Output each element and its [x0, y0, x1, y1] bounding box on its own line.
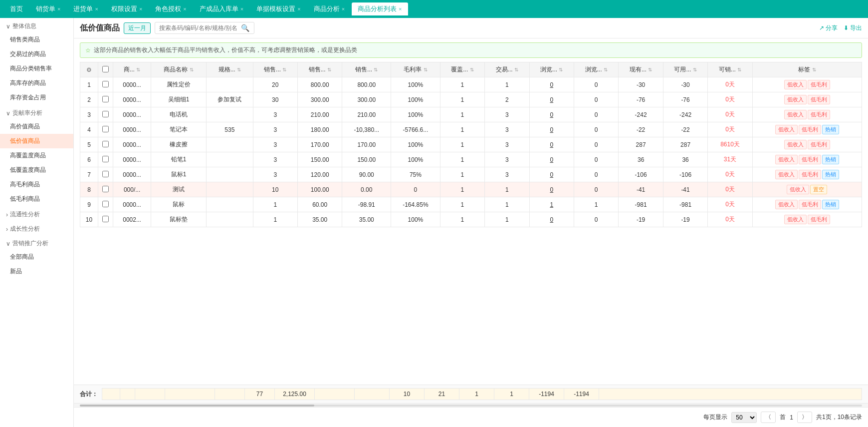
sidebar-item-high-margin[interactable]: 高毛利商品: [0, 177, 73, 192]
browse1-cell[interactable]: 0: [529, 212, 574, 227]
stock2-cell: -19: [663, 212, 707, 227]
sidebar-group-growth[interactable]: › 成长性分析: [0, 221, 73, 235]
export-button[interactable]: ⬇ 导出: [844, 24, 862, 32]
close-icon[interactable]: ×: [183, 6, 186, 12]
row-checkbox[interactable]: [102, 96, 109, 102]
browse1-cell[interactable]: 0: [529, 167, 574, 182]
sidebar-item-all-products[interactable]: 全部商品: [0, 250, 73, 264]
sidebar-item-new-products[interactable]: 新品: [0, 264, 73, 279]
sidebar-item-category-rate[interactable]: 商品分类销售率: [0, 61, 73, 76]
table-row: 4 0000... 笔记本 535 3 180.00 -10,380... -5…: [80, 122, 862, 137]
browse1-cell[interactable]: 0: [529, 92, 574, 107]
sales3-cell: -98.91: [342, 197, 391, 212]
row-checkbox[interactable]: [102, 81, 109, 87]
sidebar-group-marketing[interactable]: ∨ 营销推广分析: [0, 235, 73, 250]
browse-link[interactable]: 0: [550, 186, 553, 193]
nav-templates[interactable]: 单据模板设置 ×: [250, 2, 306, 15]
row-checkbox[interactable]: [102, 141, 109, 147]
col-gear[interactable]: ⚙: [80, 62, 98, 77]
sidebar-item-high-stock[interactable]: 高库存的商品: [0, 76, 73, 90]
check-cell[interactable]: [98, 77, 113, 92]
browse-link[interactable]: 0: [550, 81, 553, 88]
browse-link[interactable]: 0: [550, 96, 553, 103]
browse1-cell[interactable]: 0: [529, 107, 574, 122]
settings-icon[interactable]: ⚙: [86, 66, 92, 73]
search-icon[interactable]: 🔍: [241, 24, 249, 32]
sidebar-item-stock-capital[interactable]: 库存资金占用: [0, 90, 73, 105]
row-checkbox[interactable]: [102, 111, 109, 117]
check-cell[interactable]: [98, 137, 113, 152]
sidebar-item-low-margin[interactable]: 低毛利商品: [0, 192, 73, 206]
col-checkbox-header[interactable]: [98, 62, 113, 77]
browse1-cell[interactable]: 0: [529, 137, 574, 152]
period-button[interactable]: 近一月: [124, 22, 151, 34]
nav-home[interactable]: 首页: [4, 2, 29, 15]
close-icon[interactable]: ×: [240, 6, 243, 12]
row-checkbox[interactable]: [102, 201, 109, 207]
check-cell[interactable]: [98, 152, 113, 167]
per-page-label: 每页显示: [703, 413, 727, 422]
sales1-cell: 30: [253, 92, 297, 107]
share-button[interactable]: ↗ 分享: [819, 24, 838, 32]
check-cell[interactable]: [98, 212, 113, 227]
browse1-cell[interactable]: 0: [529, 152, 574, 167]
sidebar-item-high-coverage[interactable]: 高覆盖度商品: [0, 148, 73, 163]
page-header: 低价值商品 近一月 🔍 ↗ 分享 ⬇ 导出: [74, 18, 868, 38]
row-checkbox[interactable]: [102, 126, 109, 132]
check-cell[interactable]: [98, 122, 113, 137]
nav-permissions[interactable]: 权限设置 ×: [105, 2, 148, 15]
sidebar-item-high-value[interactable]: 高价值商品: [0, 119, 73, 134]
row-checkbox[interactable]: [102, 156, 109, 162]
per-page-select[interactable]: 50 100: [731, 412, 757, 423]
close-icon[interactable]: ×: [95, 6, 98, 12]
horizontal-scrollbar[interactable]: [74, 403, 868, 407]
close-icon[interactable]: ×: [57, 6, 60, 12]
stock1-cell: -981: [619, 197, 663, 212]
close-icon[interactable]: ×: [399, 6, 402, 12]
check-cell[interactable]: [98, 182, 113, 197]
search-input[interactable]: [159, 24, 239, 31]
browse-link[interactable]: 0: [550, 171, 553, 178]
close-icon[interactable]: ×: [297, 6, 300, 12]
check-cell[interactable]: [98, 167, 113, 182]
check-cell[interactable]: [98, 92, 113, 107]
browse-link[interactable]: 0: [550, 141, 553, 148]
nav-product-analysis[interactable]: 商品分析 ×: [308, 2, 351, 15]
nav-roles[interactable]: 角色授权 ×: [149, 2, 192, 15]
summary-trade: 21: [425, 389, 459, 400]
nav-product-analysis-list[interactable]: 商品分析列表 ×: [352, 2, 408, 15]
col-margin-header: 毛利率 ⇅: [391, 62, 440, 77]
browse-link[interactable]: 0: [550, 126, 553, 133]
browse-link[interactable]: 0: [550, 111, 553, 118]
row-checkbox[interactable]: [102, 216, 109, 222]
check-cell[interactable]: [98, 107, 113, 122]
sidebar-item-sales-products[interactable]: 销售类商品: [0, 32, 73, 47]
nav-sales[interactable]: 销货单 ×: [30, 2, 66, 15]
nav-warehouse[interactable]: 产成品入库单 ×: [194, 2, 249, 15]
sidebar-group-contribution[interactable]: ∨ 贡献率分析: [0, 105, 73, 119]
nav-purchase[interactable]: 进货单 ×: [67, 2, 104, 15]
browse1-cell[interactable]: 0: [529, 122, 574, 137]
check-cell[interactable]: [98, 197, 113, 212]
close-icon[interactable]: ×: [342, 6, 345, 12]
select-all-checkbox[interactable]: [102, 66, 109, 72]
sidebar-item-low-value[interactable]: 低价值商品: [0, 134, 73, 148]
prev-page-button[interactable]: 〈: [761, 412, 776, 423]
row-checkbox[interactable]: [102, 186, 109, 192]
row-checkbox[interactable]: [102, 171, 109, 177]
col-stock2-header: 可用... ⇅: [663, 62, 707, 77]
sidebar-item-low-coverage[interactable]: 低覆盖度商品: [0, 163, 73, 177]
browse-link[interactable]: 0: [550, 156, 553, 163]
sidebar-group-circulation[interactable]: › 流通性分析: [0, 206, 73, 221]
close-icon[interactable]: ×: [139, 6, 142, 12]
sidebar-group-overall[interactable]: ∨ 整体信息: [0, 18, 73, 32]
next-page-button[interactable]: 〉: [797, 412, 812, 423]
browse1-cell[interactable]: 0: [529, 182, 574, 197]
sidebar-item-traded[interactable]: 交易过的商品: [0, 47, 73, 61]
browse-link[interactable]: 1: [550, 201, 553, 208]
browse1-cell[interactable]: 0: [529, 77, 574, 92]
browse2-cell: 0: [574, 137, 619, 152]
browse-link[interactable]: 0: [550, 216, 553, 223]
browse1-cell[interactable]: 1: [529, 197, 574, 212]
header-actions: ↗ 分享 ⬇ 导出: [819, 24, 862, 32]
